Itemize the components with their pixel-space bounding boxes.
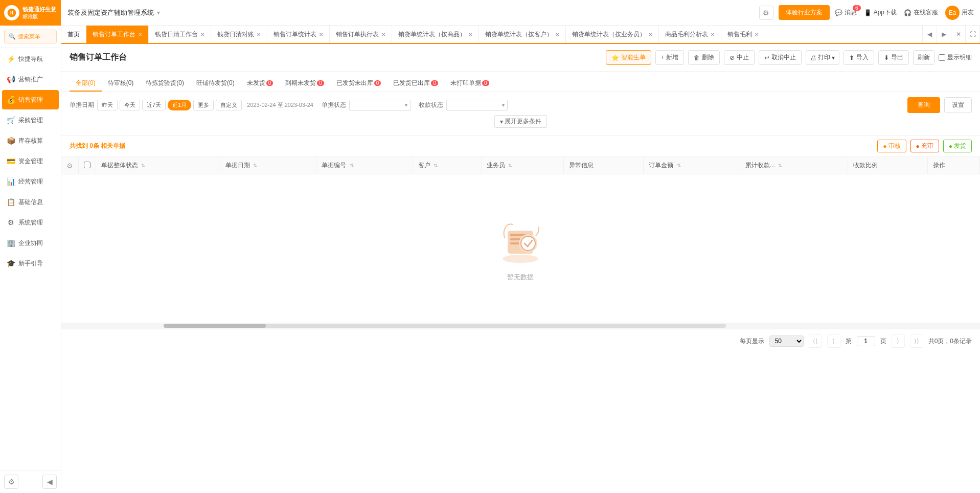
cancel-audit-button[interactable]: ● 充审 [910, 140, 939, 152]
show-detail-checkbox-label[interactable]: 显示明细 [939, 53, 972, 62]
tab-next-button[interactable]: ▶ [937, 26, 951, 43]
select-all-checkbox[interactable] [84, 162, 90, 168]
sort-staff-icon[interactable]: ⇅ [508, 163, 512, 168]
sidebar-item-system[interactable]: ⚙系统管理 [2, 213, 59, 232]
tab-sales-workbench[interactable]: 销售订单工作台✕ [86, 26, 149, 43]
sub-tab-not-shipped[interactable]: 未发货0 [241, 76, 280, 92]
sort-number-icon[interactable]: ⇅ [350, 163, 354, 168]
tab-sales-stats[interactable]: 销售订单统计表✕ [267, 26, 330, 43]
sidebar-item-basic-info[interactable]: 📋基础信息 [2, 192, 59, 212]
tab-close-margin-analysis[interactable]: ✕ [711, 32, 715, 37]
set-button[interactable]: 设置 [944, 97, 972, 113]
tab-goods-stats-staff[interactable]: 销货单统计表（按业务员）✕ [566, 26, 659, 43]
industry-solution-button[interactable]: 体验行业方案 [779, 5, 830, 20]
tab-close-sales-stats[interactable]: ✕ [319, 32, 323, 37]
tab-close-goods-stats-product[interactable]: ✕ [468, 32, 472, 37]
online-service-button[interactable]: 🎧 在线客服 [904, 8, 938, 17]
refresh-button[interactable]: 刷新 [913, 50, 935, 65]
tab-close-cash-reconcile[interactable]: ✕ [257, 32, 261, 37]
tab-cash-reconcile[interactable]: 钱货日清对账✕ [211, 26, 267, 43]
page-number-input[interactable] [857, 336, 875, 346]
horizontal-scrollbar[interactable] [61, 323, 980, 329]
sort-amount-icon[interactable]: ⇅ [677, 163, 681, 168]
system-title-dropdown-icon[interactable]: ▾ [157, 9, 160, 16]
query-button[interactable]: 查询 [907, 97, 940, 113]
tab-margin-analysis[interactable]: 商品毛利分析表✕ [659, 26, 721, 43]
audit-button[interactable]: ● 审核 [877, 140, 906, 152]
status-select[interactable] [349, 100, 411, 111]
date-shortcut-近1月[interactable]: 近1月 [168, 100, 191, 110]
delete-button[interactable]: 🗑 删除 [688, 50, 720, 65]
search-menu-button[interactable]: 🔍 搜索菜单 [4, 30, 57, 43]
scrollbar-thumb[interactable] [164, 324, 266, 328]
cancel-stop-button[interactable]: ↩ 取消中止 [759, 50, 802, 65]
import-button[interactable]: ⬆ 导入 [844, 50, 874, 65]
stop-button[interactable]: ⊘ 中止 [724, 50, 755, 65]
payment-select[interactable] [446, 100, 508, 111]
tab-close-sales-workbench[interactable]: ✕ [138, 32, 142, 37]
tab-sales-profit[interactable]: 销售毛利✕ [721, 26, 765, 43]
date-shortcut-自定义[interactable]: 自定义 [216, 100, 242, 110]
show-detail-checkbox[interactable] [939, 54, 945, 61]
sidebar-item-enterprise[interactable]: 🏢企业协同 [2, 233, 59, 253]
tab-close-sales-exec[interactable]: ✕ [381, 32, 385, 37]
tab-close-button[interactable]: ✕ [951, 26, 966, 43]
th-amount: 订单金额 ⇅ [644, 157, 740, 174]
sort-status-icon[interactable]: ⇅ [141, 163, 145, 168]
column-settings-icon[interactable]: ⚙ [66, 162, 73, 170]
add-button[interactable]: + 新增 [655, 50, 684, 65]
tab-close-cash-daily[interactable]: ✕ [200, 32, 204, 37]
sidebar-item-operations[interactable]: 📊经营管理 [2, 172, 59, 191]
tab-close-goods-stats-customer[interactable]: ✕ [555, 32, 559, 37]
settings-bottom-button[interactable]: ⚙ [4, 475, 18, 489]
topbar-settings-button[interactable]: ⚙ [759, 6, 773, 20]
tab-close-goods-stats-staff[interactable]: ✕ [648, 32, 652, 37]
sub-tab-overdue-not-shipped[interactable]: 到期未发货0 [279, 76, 330, 92]
sub-tab-shipped-not-out[interactable]: 已发货未出库0 [330, 76, 388, 92]
sub-tab-pending-inspect[interactable]: 待拣货验货(0) [140, 76, 190, 92]
tab-cash-daily[interactable]: 钱货日清工作台✕ [149, 26, 211, 43]
date-shortcut-今天[interactable]: 今天 [120, 100, 140, 110]
sub-tab-shipped-out[interactable]: 已发货已出库0 [387, 76, 444, 92]
tab-goods-stats-customer[interactable]: 销货单统计表（按客户）✕ [479, 26, 566, 43]
print-button[interactable]: 🖨 打印 ▾ [806, 50, 839, 65]
sidebar-item-marketing[interactable]: 📢营销推广 [2, 70, 59, 89]
next-page-button[interactable]: ⟩ [892, 334, 905, 348]
last-page-button[interactable]: ⟩⟩ [910, 334, 923, 348]
guide-nav-icon: 🎓 [6, 259, 15, 268]
sidebar-item-purchase[interactable]: 🛒采购管理 [2, 110, 59, 130]
tab-goods-stats-product[interactable]: 销货单统计表（按商品）✕ [392, 26, 479, 43]
message-button[interactable]: 💬 消息 6 [835, 8, 857, 17]
export-button[interactable]: ⬇ 导出 [878, 50, 909, 65]
tab-close-sales-profit[interactable]: ✕ [755, 32, 759, 37]
sort-collected-icon[interactable]: ⇅ [778, 163, 782, 168]
sidebar-item-finance[interactable]: 💳资金管理 [2, 151, 59, 171]
sidebar-item-inventory[interactable]: 📦库存核算 [2, 131, 59, 150]
user-menu-button[interactable]: Ea 用友 [945, 6, 974, 20]
tab-maximize-button[interactable]: ⛶ [966, 26, 980, 43]
page-size-select[interactable]: 50 20 100 [769, 335, 804, 347]
app-download-button[interactable]: 📱 App下载 [864, 8, 897, 17]
collapse-button[interactable]: ◀ [42, 475, 57, 489]
sub-tab-all[interactable]: 全部(0) [70, 76, 102, 92]
date-shortcut-更多[interactable]: 更多 [193, 100, 214, 110]
tab-prev-button[interactable]: ◀ [923, 26, 937, 43]
sidebar-item-quick-nav[interactable]: ⚡快捷导航 [2, 49, 59, 69]
sub-tab-not-printed[interactable]: 未打印单据0 [444, 76, 495, 92]
sub-tab-pending-review[interactable]: 待审核(0) [102, 76, 140, 92]
tab-home[interactable]: 首页 [61, 26, 86, 43]
date-shortcut-昨天[interactable]: 昨天 [97, 100, 118, 110]
prev-page-button[interactable]: ⟨ [827, 334, 840, 348]
sort-date-icon[interactable]: ⇅ [253, 163, 257, 168]
send-goods-button[interactable]: ● 发货 [943, 140, 972, 152]
tab-sales-exec[interactable]: 销售订单执行表✕ [330, 26, 392, 43]
first-page-button[interactable]: ⟨⟨ [809, 334, 822, 348]
sidebar-item-sales[interactable]: 💰销售管理 [2, 90, 59, 109]
sort-customer-icon[interactable]: ⇅ [434, 163, 438, 168]
page-size-label: 每页显示 [740, 337, 764, 346]
expand-filter-button[interactable]: ▾ 展开更多条件 [494, 115, 547, 128]
sub-tab-wangpu-ship[interactable]: 旺铺待发货(0) [190, 76, 241, 92]
sidebar-item-guide[interactable]: 🎓新手引导 [2, 254, 59, 273]
smart-gen-button[interactable]: ⭐ 智能生单 [606, 50, 651, 65]
date-shortcut-近7天[interactable]: 近7天 [142, 100, 166, 110]
